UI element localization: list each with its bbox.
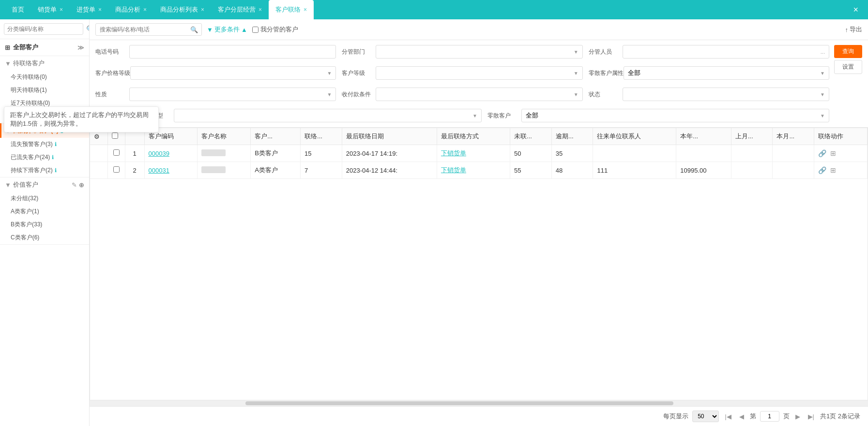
row1-check[interactable] <box>107 145 125 162</box>
current-page-input[interactable] <box>760 411 779 422</box>
row2-grid-icon[interactable]: ⊞ <box>830 166 836 174</box>
query-button[interactable]: 查询 <box>834 45 862 58</box>
row1-last-contact-method[interactable]: 下销货单 <box>437 145 510 162</box>
nav-customer-tier[interactable]: 客户分层经营 × <box>211 0 269 19</box>
select-all-checkbox[interactable] <box>112 132 118 139</box>
nav-product-analysis[interactable]: 商品分析 × <box>108 0 153 19</box>
nav-customer-contact-close[interactable]: × <box>304 6 307 13</box>
value-add-icon[interactable]: ⊕ <box>79 181 84 189</box>
filter-price-grade-select[interactable]: ▼ <box>130 66 336 80</box>
col-header-overdue[interactable]: 逾期... <box>551 128 593 145</box>
row2-method-link[interactable]: 下销货单 <box>441 166 466 174</box>
row2-link-icon[interactable]: 🔗 <box>818 166 826 174</box>
col-header-contact-person[interactable]: 往来单位联系人 <box>593 128 676 145</box>
filter-retail-customer-select[interactable]: 全部 ▼ <box>521 109 829 122</box>
row2-settings <box>90 162 107 179</box>
row1-contact-person <box>593 145 676 162</box>
col-header-last-contact-method[interactable]: 最后联络方式 <box>437 128 510 145</box>
sidebar-item-churned[interactable]: 已流失客户(24) ℹ <box>0 151 89 164</box>
sidebar-section-pending-title[interactable]: ▼ 待联络客户 <box>0 56 89 71</box>
nav-product-analysis-list[interactable]: 商品分析列表 × <box>153 0 211 19</box>
sidebar-search-icon[interactable]: 🔍 <box>86 25 90 33</box>
col-header-this-year[interactable]: 本年... <box>676 128 731 145</box>
row2-contact-count: 7 <box>301 162 342 179</box>
row2-name[interactable] <box>198 162 251 179</box>
prev-page-btn[interactable]: ◀ <box>737 412 746 421</box>
row2-num: 2 <box>125 162 144 179</box>
filter-retail-attr-value: 全部 <box>628 69 640 77</box>
filter-customer-type-select[interactable]: ▼ <box>174 109 482 122</box>
sidebar-item-declining[interactable]: 持续下滑客户(2) ℹ <box>0 164 89 177</box>
nav-home[interactable]: 首页 <box>5 0 31 19</box>
col-header-contact-count[interactable]: 联络... <box>301 128 342 145</box>
row1-method-link[interactable]: 下销货单 <box>441 149 466 157</box>
person-more-icon[interactable]: ... <box>821 49 825 55</box>
table-area: ⚙ 客户编码 客户名称 客户... 联络... 最后联络日期 最后联络方式 未联… <box>90 128 868 400</box>
scrollbar-thumb[interactable] <box>245 401 673 405</box>
filter-payment-label: 收付款条件 <box>342 90 376 99</box>
row2-code[interactable]: 000031 <box>144 162 198 179</box>
nav-product-analysis-close[interactable]: × <box>143 6 147 13</box>
next-page-btn[interactable]: ▶ <box>793 412 802 421</box>
first-page-btn[interactable]: |◀ <box>723 412 733 421</box>
nav-sales-order[interactable]: 销货单 × <box>31 0 70 19</box>
sidebar-all-customers[interactable]: ⊞ 全部客户 ≫ <box>0 39 89 56</box>
all-customers-label: 全部客户 <box>13 43 38 52</box>
sidebar-item-tomorrow[interactable]: 明天待联络(1) <box>0 84 89 97</box>
nav-purchase-order-close[interactable]: × <box>98 6 102 13</box>
close-all-button[interactable]: × <box>848 5 863 15</box>
filter-retail-attr-select[interactable]: 全部 ▼ <box>624 66 829 80</box>
row2-last-month <box>731 162 773 179</box>
row1-link-icon[interactable]: 🔗 <box>818 149 826 157</box>
nav-customer-tier-close[interactable]: × <box>259 6 262 13</box>
nav-customer-contact[interactable]: 客户联络 × <box>269 0 314 19</box>
col-header-category[interactable]: 客户... <box>251 128 301 145</box>
filter-dept-select[interactable]: ▼ <box>376 45 582 59</box>
row1-name[interactable] <box>198 145 251 162</box>
sidebar-item-class-b[interactable]: B类客户(33) <box>0 218 89 231</box>
sidebar-item-churn-warning[interactable]: 流失预警客户(3) ℹ <box>0 138 89 151</box>
row1-grid-icon[interactable]: ⊞ <box>830 149 836 157</box>
nav-sales-order-close[interactable]: × <box>60 6 63 13</box>
more-conditions-btn[interactable]: ▼ 更多条件 ▲ <box>207 25 247 34</box>
col-header-last-month[interactable]: 上月... <box>731 128 773 145</box>
row2-checkbox[interactable] <box>113 166 120 173</box>
main-search-icon[interactable]: 🔍 <box>190 26 198 33</box>
sidebar-item-class-c[interactable]: C类客户(6) <box>0 231 89 244</box>
filter-person-select[interactable]: ... <box>623 45 829 59</box>
filter-phone-input[interactable] <box>129 45 336 59</box>
row1-checkbox[interactable] <box>113 149 120 156</box>
filter-status-select[interactable]: ▼ <box>623 88 829 101</box>
filter-payment-select[interactable]: ▼ <box>376 88 582 101</box>
nav-purchase-order[interactable]: 进货单 × <box>70 0 108 19</box>
last-page-btn[interactable]: ▶| <box>806 412 816 421</box>
horizontal-scrollbar[interactable] <box>90 400 868 406</box>
export-button[interactable]: ↑ 导出 <box>845 25 863 34</box>
value-edit-icon[interactable]: ✎ <box>72 181 77 189</box>
nature-arrow-icon: ▼ <box>327 92 332 97</box>
row1-code[interactable]: 000039 <box>144 145 198 162</box>
sidebar-item-today[interactable]: 今天待联络(0) <box>0 71 89 84</box>
sidebar-item-class-a[interactable]: A类客户(1) <box>0 205 89 218</box>
filter-phone: 电话号码 <box>95 45 336 59</box>
my-customer-checkbox[interactable] <box>252 27 259 33</box>
sidebar-search-input[interactable] <box>4 23 83 35</box>
sidebar-collapse-btn[interactable]: ≫ <box>77 44 84 51</box>
row1-code-link[interactable]: 000039 <box>149 150 169 157</box>
filter-nature-select[interactable]: ▼ <box>129 88 336 101</box>
pagination-bar: 每页显示 50 100 200 |◀ ◀ 第 页 ▶ ▶| 共1页 2条记录 <box>90 406 868 426</box>
sidebar-section-value-title[interactable]: ▼ 价值客户 ✎ ⊕ <box>0 177 89 192</box>
main-search-input[interactable] <box>95 23 202 36</box>
nav-product-analysis-list-close[interactable]: × <box>201 6 204 13</box>
per-page-select[interactable]: 50 100 200 <box>692 411 719 422</box>
settings-button[interactable]: 设置 <box>834 60 862 74</box>
col-header-name[interactable]: 客户名称 <box>198 128 251 145</box>
col-header-uncontacted[interactable]: 未联... <box>510 128 552 145</box>
filter-customer-grade-select[interactable]: ▼ <box>376 66 582 80</box>
sidebar-item-ungrouped[interactable]: 未分组(32) <box>0 192 89 205</box>
row2-check[interactable] <box>107 162 125 179</box>
col-header-last-contact-date[interactable]: 最后联络日期 <box>342 128 437 145</box>
col-header-this-month[interactable]: 本月... <box>773 128 814 145</box>
row2-last-contact-method[interactable]: 下销货单 <box>437 162 510 179</box>
row2-code-link[interactable]: 000031 <box>149 167 169 174</box>
